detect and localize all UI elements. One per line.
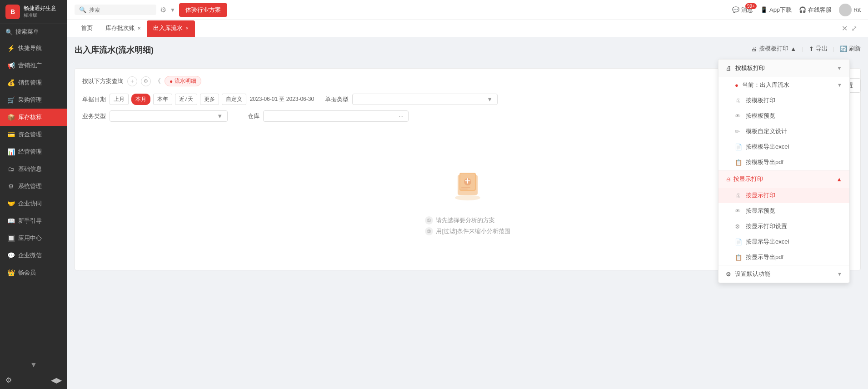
industry-solution-button[interactable]: 体验行业方案 bbox=[179, 3, 227, 17]
app-logo-icon: B bbox=[5, 5, 20, 19]
warehouse-select[interactable]: ··· bbox=[263, 110, 409, 122]
sidebar-scroll-down[interactable]: ▼ bbox=[0, 359, 67, 371]
sidebar-item-member[interactable]: 👑 畅会员 bbox=[0, 264, 67, 281]
settings-icon[interactable]: ⚙ bbox=[5, 376, 12, 384]
sidebar-item-label: 库存核算 bbox=[18, 113, 42, 121]
app-download-button[interactable]: 📱 App下载 bbox=[760, 6, 792, 14]
print-template-label: 按模板打印 bbox=[759, 45, 788, 53]
sales-icon: 💰 bbox=[7, 79, 15, 86]
quick-nav-icon: ⚡ bbox=[7, 45, 15, 52]
sidebar-item-wechat[interactable]: 💬 企业微信 bbox=[0, 247, 67, 264]
sidebar-item-system[interactable]: ⚙ 系统管理 bbox=[0, 178, 67, 195]
filter-collapse-button[interactable]: 《 bbox=[155, 77, 161, 85]
sidebar-item-business[interactable]: 📊 经营管理 bbox=[0, 143, 67, 160]
header-dropdown-icon[interactable]: ▼ bbox=[170, 7, 175, 13]
printer-icon: 🖨 bbox=[726, 65, 732, 72]
sidebar-item-purchase[interactable]: 🛒 采购管理 bbox=[0, 91, 67, 109]
current-template-item[interactable]: ● 当前：出入库流水 ▼ bbox=[718, 77, 849, 93]
tab-flow[interactable]: 出入库流水 × bbox=[147, 20, 195, 37]
header-gear-icon[interactable]: ⚙ bbox=[160, 5, 166, 14]
inventory-icon: 📦 bbox=[7, 114, 15, 121]
user-name: Rit bbox=[853, 6, 861, 13]
display-print-item-label: 按显示打印 bbox=[746, 191, 775, 199]
sidebar-item-inventory[interactable]: 📦 库存核算 bbox=[0, 109, 67, 126]
tab-flow-close[interactable]: × bbox=[185, 25, 188, 31]
biz-field-label: 业务类型 bbox=[82, 112, 106, 120]
sidebar-item-label: 企业微信 bbox=[18, 251, 42, 259]
hint-item-1: ① 请先选择要分析的方案 bbox=[425, 216, 510, 224]
biz-select[interactable]: ▼ bbox=[110, 110, 228, 122]
display-preview-icon: 👁 bbox=[735, 208, 742, 214]
sidebar-item-guide[interactable]: 📖 新手引导 bbox=[0, 212, 67, 229]
page-toolbar: 🖨 按模板打印 ▲ | ⬆ 导出 | 🔄 刷新 bbox=[751, 45, 861, 53]
sidebar-search[interactable]: 🔍 搜索菜单 bbox=[0, 24, 67, 40]
template-preview-item[interactable]: 👁 按模板预览 bbox=[718, 108, 849, 124]
display-pdf-icon: 📋 bbox=[735, 254, 742, 261]
maximize-window-button[interactable]: ⤢ bbox=[851, 24, 857, 33]
sidebar-item-label: 新手引导 bbox=[18, 217, 42, 225]
display-print-section-header[interactable]: 🖨 按显示打印 ▲ bbox=[718, 170, 849, 188]
footer-settings-label: 设置默认功能 bbox=[735, 270, 770, 278]
template-excel-item[interactable]: 📄 按模板导出excel bbox=[718, 139, 849, 155]
filter-settings-button[interactable]: ⚙ bbox=[141, 76, 151, 86]
template-print-header-label: 按模板打印 bbox=[735, 64, 765, 72]
message-badge: 99+ bbox=[745, 3, 757, 9]
header-left: 🔍 ⚙ ▼ 体验行业方案 bbox=[75, 3, 727, 17]
dropdown-footer-settings[interactable]: ⚙ 设置默认功能 ▼ bbox=[718, 265, 849, 283]
tab-batch-close[interactable]: × bbox=[138, 25, 140, 31]
filter-tag-label: 流水明细 bbox=[175, 77, 196, 85]
sidebar-item-marketing[interactable]: 📢 营销推广 bbox=[0, 57, 67, 74]
filter-add-button[interactable]: + bbox=[127, 76, 137, 86]
hint-2-text: 用[过滤]条件来缩小分析范围 bbox=[436, 227, 510, 235]
user-avatar[interactable]: Rit bbox=[839, 4, 861, 16]
template-print-item[interactable]: 🖨 按模板打印 bbox=[718, 93, 849, 108]
display-settings-icon: ⚙ bbox=[735, 223, 742, 230]
display-pdf-item[interactable]: 📋 按显示导出pdf bbox=[718, 249, 849, 265]
tab-flow-label: 出入库流水 bbox=[153, 24, 183, 32]
tab-home[interactable]: 首页 bbox=[75, 20, 99, 37]
template-print-section-header[interactable]: 🖨 按模板打印 ▼ bbox=[718, 60, 849, 77]
message-button[interactable]: 💬 消息 99+ bbox=[732, 6, 753, 14]
date-last-month[interactable]: 上月 bbox=[110, 94, 129, 105]
display-print-item[interactable]: 🖨 按显示打印 bbox=[718, 188, 849, 203]
print-icon: 🖨 bbox=[751, 45, 757, 52]
display-section-arrow: ▲ bbox=[836, 176, 842, 183]
date-custom[interactable]: 自定义 bbox=[222, 94, 246, 105]
warehouse-field-label: 仓库 bbox=[248, 112, 259, 120]
header-search-box[interactable]: 🔍 bbox=[75, 5, 156, 15]
print-template-button[interactable]: 🖨 按模板打印 ▲ bbox=[751, 45, 796, 53]
display-preview-item[interactable]: 👁 按显示预览 bbox=[718, 203, 849, 219]
template-pdf-item[interactable]: 📋 按模板导出pdf bbox=[718, 155, 849, 170]
sidebar-item-label: 采购管理 bbox=[18, 96, 42, 104]
sidebar-item-cooperation[interactable]: 🤝 企业协同 bbox=[0, 195, 67, 212]
sidebar-item-label: 营销推广 bbox=[18, 61, 42, 70]
date-last-7-days[interactable]: 近7天 bbox=[175, 94, 197, 105]
main-area: 🔍 ⚙ ▼ 体验行业方案 💬 消息 99+ 📱 App下载 🎧 在线客服 bbox=[67, 0, 868, 389]
template-pdf-item-label: 按模板导出pdf bbox=[746, 158, 783, 166]
header-search-input[interactable] bbox=[89, 7, 144, 13]
template-design-item[interactable]: ✏ 模板自定义设计 bbox=[718, 124, 849, 139]
date-this-month[interactable]: 本月 bbox=[131, 94, 150, 105]
type-select[interactable]: ▼ bbox=[352, 94, 498, 105]
display-print-settings-label: 按显示打印设置 bbox=[746, 222, 787, 230]
display-print-settings-item[interactable]: ⚙ 按显示打印设置 bbox=[718, 219, 849, 234]
close-window-button[interactable]: ✕ bbox=[842, 24, 848, 33]
tab-batch-account[interactable]: 库存批次账 × bbox=[99, 20, 147, 37]
sidebar-item-label: 销售管理 bbox=[18, 79, 42, 87]
collapse-sidebar-icon[interactable]: ◀▶ bbox=[51, 376, 62, 384]
sidebar-item-sales[interactable]: 💰 销售管理 bbox=[0, 74, 67, 91]
display-excel-item[interactable]: 📄 按显示导出excel bbox=[718, 234, 849, 249]
export-button[interactable]: ⬆ 导出 bbox=[809, 45, 828, 53]
sidebar-item-app-center[interactable]: 🔲 应用中心 bbox=[0, 229, 67, 247]
refresh-button[interactable]: 🔄 刷新 bbox=[840, 45, 861, 53]
hint-item-2: ② 用[过滤]条件来缩小分析范围 bbox=[425, 227, 510, 235]
online-service-button[interactable]: 🎧 在线客服 bbox=[799, 6, 832, 14]
search-icon: 🔍 bbox=[79, 6, 86, 13]
sidebar-item-finance[interactable]: 💳 资金管理 bbox=[0, 126, 67, 143]
toolbar-divider-2: | bbox=[833, 45, 834, 52]
date-this-year[interactable]: 本年 bbox=[153, 94, 172, 105]
date-more[interactable]: 更多 bbox=[200, 94, 219, 105]
sidebar-item-base-info[interactable]: 🗂 基础信息 bbox=[0, 160, 67, 178]
sidebar-item-quick-nav[interactable]: ⚡ 快捷导航 bbox=[0, 40, 67, 57]
chevron-up-icon: ▲ bbox=[790, 45, 796, 52]
